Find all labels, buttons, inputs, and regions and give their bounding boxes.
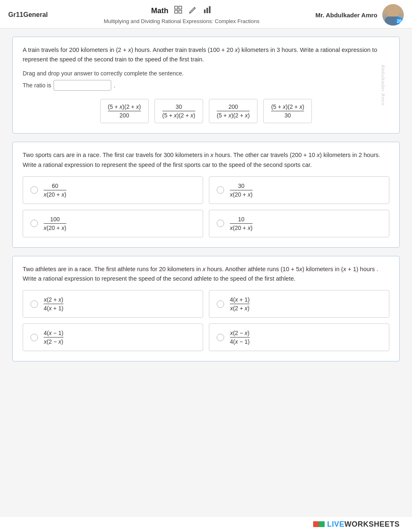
q1-option-3[interactable]: 200 (5 + x)(2 + x) <box>209 99 258 123</box>
svg-rect-4 <box>204 9 206 13</box>
q3-fraction-1: x(2 + x) 4(x + 1) <box>44 296 63 312</box>
q3-frac1-den: 4(x + 1) <box>44 305 63 312</box>
q3-option-4[interactable]: x(2 − x) 4(x − 1) <box>209 323 389 351</box>
question-1-card: A train travels for 200 kilometers in (2… <box>12 37 400 134</box>
svg-rect-5 <box>206 8 208 13</box>
question-3-card: Two athletes are in a race. The first at… <box>12 256 400 361</box>
q2-frac1-num: 60 <box>44 183 66 190</box>
q3-frac3-den: x(2 − x) <box>44 338 63 345</box>
q1-fill-blank-row: The ratio is . <box>23 80 389 91</box>
q3-options: x(2 + x) 4(x + 1) 4(x + 1) x(2 + x) 4(x … <box>23 290 389 351</box>
q1-fraction-2: 30 (5 + x)(2 + x) <box>162 103 195 119</box>
q2-frac3-num: 100 <box>44 216 66 224</box>
svg-rect-0 <box>175 6 178 9</box>
q2-radio-3[interactable] <box>30 220 38 227</box>
q2-option-1[interactable]: 60 x(20 + x) <box>23 176 203 204</box>
q3-frac3-num: 4(x − 1) <box>44 330 63 337</box>
q2-frac2-num: 30 <box>230 183 253 190</box>
q1-fill-label: The ratio is <box>23 82 51 89</box>
header-center-top: Math <box>151 5 212 16</box>
q3-fraction-3: 4(x − 1) x(2 − x) <box>44 330 63 345</box>
brand-green-square <box>319 521 325 527</box>
q1-blank-box[interactable] <box>54 80 111 91</box>
brand-text-highlight: LIVE <box>327 520 344 528</box>
q3-radio-4[interactable] <box>217 334 224 341</box>
teacher-name: Mr. Abdulkader Amro <box>315 12 377 19</box>
brand-logo <box>313 521 325 527</box>
q1-frac4-num: (5 + x)(2 + x) <box>271 103 304 111</box>
q3-frac2-num: 4(x + 1) <box>230 296 250 304</box>
q2-fraction-1: 60 x(20 + x) <box>44 183 66 198</box>
q3-radio-2[interactable] <box>217 300 224 308</box>
q1-option-4[interactable]: (5 + x)(2 + x) 30 <box>263 99 312 123</box>
class-label: Gr11General <box>8 11 48 19</box>
q2-fraction-2: 30 x(20 + x) <box>230 183 253 198</box>
q3-radio-3[interactable] <box>30 334 38 341</box>
q3-frac2-den: x(2 + x) <box>230 305 249 312</box>
avatar: 20 <box>382 4 404 26</box>
q3-option-1[interactable]: x(2 + x) 4(x + 1) <box>23 290 203 318</box>
q2-radio-2[interactable] <box>217 186 224 194</box>
q3-option-3[interactable]: 4(x − 1) x(2 − x) <box>23 323 203 351</box>
edit-icon[interactable] <box>188 5 197 16</box>
subject-title: Math <box>151 7 169 15</box>
q2-option-2[interactable]: 30 x(20 + x) <box>209 176 389 204</box>
brand: LIVEWORKSHEETS <box>313 520 400 529</box>
q2-frac4-num: 10 <box>230 216 253 224</box>
q3-frac4-den: 4(x − 1) <box>230 338 250 345</box>
question-2-card: Two sports cars are in a race. The first… <box>12 142 400 247</box>
q2-option-4[interactable]: 10 x(20 + x) <box>209 210 389 237</box>
q2-frac3-den: x(20 + x) <box>44 225 66 231</box>
grid-icon[interactable] <box>174 6 183 16</box>
q3-fraction-4: x(2 − x) 4(x − 1) <box>230 330 250 345</box>
q2-option-3[interactable]: 100 x(20 + x) <box>23 210 203 237</box>
avatar-badge: 20 <box>396 17 403 25</box>
q1-frac4-den: 30 <box>284 112 291 119</box>
svg-rect-6 <box>209 6 211 13</box>
q1-fraction-4: (5 + x)(2 + x) 30 <box>271 103 304 119</box>
q3-fraction-2: 4(x + 1) x(2 + x) <box>230 296 250 312</box>
q1-option-2[interactable]: 30 (5 + x)(2 + x) <box>154 99 203 123</box>
subtitle: Multiplying and Dividing Rational Expres… <box>104 18 260 24</box>
main-content: A train travels for 200 kilometers in (2… <box>0 28 412 370</box>
svg-rect-3 <box>179 10 182 13</box>
q1-frac3-den: (5 + x)(2 + x) <box>217 112 250 119</box>
q2-fraction-4: 10 x(20 + x) <box>230 216 253 231</box>
page-header: Gr11General Math <box>0 0 412 28</box>
header-right: Mr. Abdulkader Amro 20 <box>315 4 404 26</box>
q1-frac2-num: 30 <box>162 103 195 111</box>
svg-rect-2 <box>175 10 178 13</box>
q2-text: Two sports cars are in a race. The first… <box>23 150 389 169</box>
q2-options: 60 x(20 + x) 30 x(20 + x) 100 x(20 + x) <box>23 176 389 237</box>
q2-radio-4[interactable] <box>217 220 224 227</box>
q1-instruction: Drag and drop your answer to correctly c… <box>23 70 389 77</box>
q2-frac4-den: x(20 + x) <box>230 225 253 231</box>
q3-option-2[interactable]: 4(x + 1) x(2 + x) <box>209 290 389 318</box>
q1-drag-options: (5 + x)(2 + x) 200 30 (5 + x)(2 + x) 200… <box>23 99 389 123</box>
chart-icon[interactable] <box>203 5 212 16</box>
q1-option-1[interactable]: (5 + x)(2 + x) 200 <box>100 99 149 123</box>
q2-fraction-3: 100 x(20 + x) <box>44 216 66 231</box>
svg-rect-1 <box>179 6 182 9</box>
q2-frac2-den: x(20 + x) <box>230 191 253 198</box>
q2-radio-1[interactable] <box>30 186 38 194</box>
q3-radio-1[interactable] <box>30 300 38 308</box>
q2-frac1-den: x(20 + x) <box>44 191 66 198</box>
header-center: Math <box>104 5 260 24</box>
q1-frac3-num: 200 <box>217 103 250 111</box>
q1-frac1-den: 200 <box>119 112 129 119</box>
q1-frac1-num: (5 + x)(2 + x) <box>108 103 141 111</box>
q3-text: Two athletes are in a race. The first at… <box>23 265 389 284</box>
brand-red-square <box>313 521 319 527</box>
brand-text: LIVEWORKSHEETS <box>327 520 400 529</box>
q1-fraction-1: (5 + x)(2 + x) 200 <box>108 103 141 119</box>
q1-fill-suffix: . <box>114 82 115 89</box>
q1-fraction-3: 200 (5 + x)(2 + x) <box>217 103 250 119</box>
q3-frac4-num: x(2 − x) <box>230 330 250 337</box>
q3-frac1-num: x(2 + x) <box>44 296 63 304</box>
q1-frac2-den: (5 + x)(2 + x) <box>162 112 195 119</box>
page-footer: LIVEWORKSHEETS <box>0 516 412 532</box>
q1-text: A train travels for 200 kilometers in (2… <box>23 45 389 64</box>
